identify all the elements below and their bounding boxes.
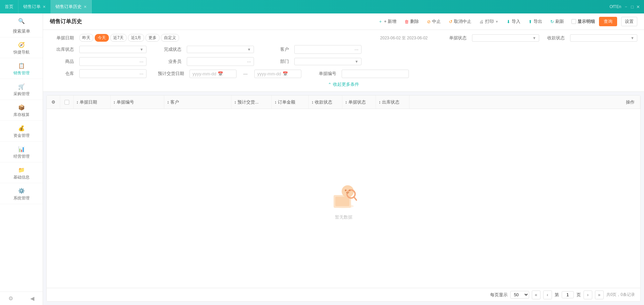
last-page-icon: »: [598, 292, 600, 297]
minimize-btn[interactable]: －: [624, 4, 628, 10]
salesman-field[interactable]: ···: [187, 57, 254, 66]
sidebar-item-sales-mgmt[interactable]: 📋 销售管理: [0, 58, 43, 79]
th-checkbox[interactable]: [60, 96, 74, 109]
date-btn-7days[interactable]: 近7天: [110, 34, 127, 42]
customer-dots-icon[interactable]: ···: [354, 47, 358, 52]
collapse-sidebar-icon[interactable]: ◀: [30, 295, 34, 302]
delete-icon: 🗑: [404, 19, 409, 24]
customer-field[interactable]: ···: [294, 45, 361, 54]
first-page-btn[interactable]: «: [532, 291, 541, 299]
prev-page-icon: ‹: [547, 292, 548, 297]
th-out-status[interactable]: ↕ 出库状态: [376, 96, 410, 109]
prev-page-btn[interactable]: ‹: [543, 291, 552, 299]
sidebar-item-operations[interactable]: 📊 经营管理: [0, 142, 43, 162]
page-size-select[interactable]: 50 10 20 100: [510, 291, 529, 299]
top-bar: + 新增 首页 销售订单 ✕ 销售订单历史 ✕ OfTEn － □ ✕: [0, 0, 644, 13]
import-button[interactable]: ⬇ 导入: [505, 17, 522, 26]
salesman-dots-icon[interactable]: ···: [247, 59, 251, 64]
th-bill-status[interactable]: ↕ 单据状态: [342, 96, 376, 109]
dept-chevron-icon: ▼: [355, 60, 358, 64]
th-customer[interactable]: ↕ 客户: [164, 96, 231, 109]
sales-mgmt-icon: 📋: [18, 62, 25, 69]
finance-icon: 💰: [18, 125, 25, 131]
out-status-select[interactable]: ▼: [79, 46, 146, 53]
th-settings[interactable]: ⚙: [47, 96, 60, 109]
export-label: 导出: [533, 18, 542, 25]
date-btn-1month[interactable]: 近1月: [128, 34, 144, 42]
bill-no-input[interactable]: [342, 70, 409, 78]
select-all-checkbox[interactable]: [65, 100, 69, 105]
th-action: 操作: [410, 96, 640, 109]
maximize-btn[interactable]: □: [631, 4, 634, 9]
cancel-stop-button[interactable]: ↺ 取消中止: [447, 17, 473, 26]
delete-button[interactable]: 🗑 删除: [402, 17, 421, 26]
th-billno[interactable]: ↕ 单据编号: [111, 96, 164, 109]
date-btn-custom[interactable]: 自定义: [161, 34, 179, 42]
sidebar-item-quick-nav[interactable]: 🧭 快捷导航: [0, 37, 43, 58]
sidebar: 🔍 搜索菜单 🧭 快捷导航 📋 销售管理 🛒 采购管理 📦 库存核算 💰 资金管…: [0, 13, 43, 305]
tab-sales-order-history-close[interactable]: ✕: [84, 5, 87, 9]
dept-select[interactable]: ▼: [294, 58, 361, 65]
tab-sales-order-history[interactable]: 销售订单历史 ✕: [51, 0, 92, 13]
delivery-date-end[interactable]: yyyy-mm-dd 📅: [254, 70, 301, 78]
sidebar-item-sys-mgmt[interactable]: ⚙️ 系统管理: [0, 183, 43, 204]
sidebar-item-operations-label: 经营管理: [13, 154, 30, 159]
operations-icon: 📊: [18, 146, 25, 152]
th-delivery[interactable]: ↕ 预计交货...: [231, 96, 272, 109]
print-chevron-icon: ▼: [495, 20, 499, 24]
settings-button[interactable]: 设置: [621, 17, 637, 26]
refresh-icon: ↻: [550, 19, 554, 24]
tab-home[interactable]: + 新增 首页: [0, 0, 18, 13]
date-btn-today[interactable]: 今天: [95, 34, 109, 42]
sidebar-item-basic-info[interactable]: 📁 基础信息: [0, 162, 43, 183]
query-button[interactable]: 查询: [599, 17, 617, 26]
date-btn-yesterday[interactable]: 昨天: [79, 34, 93, 42]
display-detail-area: 显示明细: [571, 18, 595, 25]
delivery-date-start[interactable]: yyyy-mm-dd 📅: [189, 70, 237, 78]
last-page-btn[interactable]: »: [595, 291, 604, 299]
stop-button[interactable]: ⊘ 中止: [425, 17, 443, 26]
display-detail-checkbox[interactable]: [571, 19, 576, 24]
sidebar-search[interactable]: 🔍 搜索菜单: [0, 13, 43, 37]
delivery-date-start-value: yyyy-mm-dd: [192, 71, 216, 76]
print-label: 打印: [485, 18, 494, 25]
goods-dots-icon[interactable]: ···: [139, 59, 143, 64]
tab-sales-order-label: 销售订单: [23, 4, 41, 10]
tab-sales-order[interactable]: 销售订单 ✕: [18, 0, 51, 13]
warehouse-label: 仓库: [50, 71, 74, 77]
export-icon: ⬆: [528, 19, 532, 24]
page-number-input[interactable]: [562, 291, 574, 298]
sidebar-item-purchase-mgmt-label: 采购管理: [13, 91, 30, 97]
dept-label: 部门: [265, 59, 289, 65]
print-button[interactable]: 🖨 打印 ▼: [477, 17, 501, 26]
warehouse-dots-icon[interactable]: ···: [139, 71, 143, 76]
svg-point-9: [349, 190, 350, 191]
goods-field[interactable]: ···: [79, 57, 146, 66]
settings-bottom-icon[interactable]: ⚙: [8, 295, 13, 302]
sidebar-item-inventory[interactable]: 📦 库存核算: [0, 100, 43, 121]
filter-row-4: 仓库 ··· 预计交货日期 yyyy-mm-dd 📅 — yyyy-mm-dd …: [50, 69, 637, 78]
th-pay-status[interactable]: ↕ 收款状态: [309, 96, 342, 109]
refresh-button[interactable]: ↻ 刷新: [548, 17, 566, 26]
date-btn-more[interactable]: 更多: [145, 34, 160, 42]
complete-status-select[interactable]: ▼: [187, 46, 254, 53]
page-unit-label: 页: [576, 292, 581, 298]
export-button[interactable]: ⬆ 导出: [526, 17, 544, 26]
sidebar-search-label: 搜索菜单: [13, 28, 30, 34]
date-range-display: 2023-06-02 至 2023-06-02: [380, 35, 428, 41]
filter-row-1: 单据日期 昨天 今天 近7天 近1月 更多 自定义 2023-06-02 至 2…: [50, 34, 637, 42]
collapse-filter-btn[interactable]: ⌃ 收起更多条件: [50, 81, 637, 87]
svg-point-8: [345, 190, 346, 191]
th-amount[interactable]: ↕ 订单金额: [272, 96, 309, 109]
close-btn[interactable]: ✕: [636, 4, 640, 9]
new-button[interactable]: ＋ + 新增: [376, 17, 398, 26]
bill-status-label: 单据状态: [446, 35, 467, 41]
sidebar-item-purchase-mgmt[interactable]: 🛒 采购管理: [0, 79, 43, 100]
warehouse-field[interactable]: ···: [79, 69, 146, 78]
pay-status-select[interactable]: ▼: [570, 34, 637, 42]
sidebar-item-finance[interactable]: 💰 资金管理: [0, 121, 43, 142]
tab-sales-order-close[interactable]: ✕: [43, 5, 46, 9]
th-date[interactable]: ↕ 单据日期: [74, 96, 111, 109]
bill-status-select[interactable]: ▼: [472, 34, 539, 42]
next-page-btn[interactable]: ›: [584, 291, 592, 299]
